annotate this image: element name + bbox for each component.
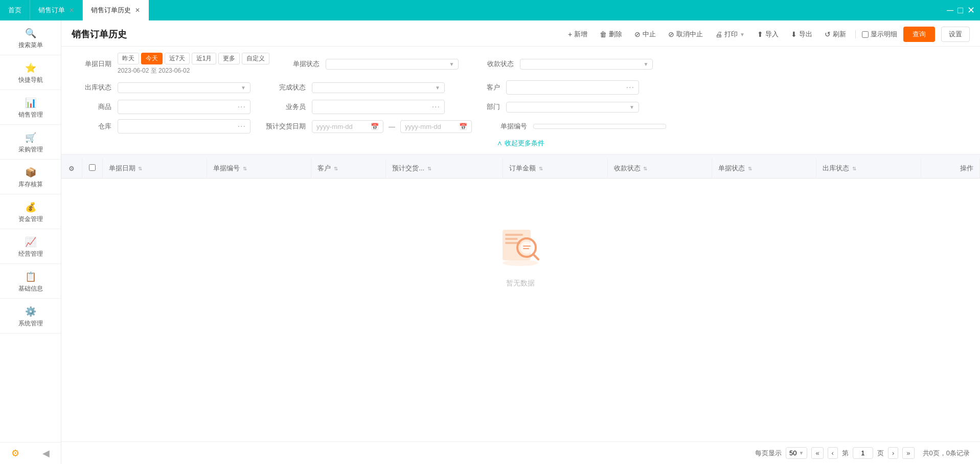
toolbar-divider — [855, 30, 856, 38]
collapse-filter-btn[interactable]: ∧ 收起更多条件 — [72, 139, 970, 148]
filter-area: 单据日期 昨天 今天 近7天 近1月 更多 自定义 2023-06-02 至 2… — [61, 47, 980, 154]
th-checkbox[interactable] — [82, 159, 102, 179]
department-select[interactable]: ▼ — [506, 102, 639, 113]
refresh-icon: ↺ — [825, 30, 831, 38]
prev-page-btn[interactable]: ‹ — [828, 447, 838, 459]
tab-home[interactable]: 首页 — [0, 0, 30, 20]
show-detail-checkbox-label[interactable]: 显示明细 — [862, 30, 897, 39]
first-page-btn[interactable]: « — [811, 447, 823, 459]
payment-status-arrow-icon: ▼ — [643, 61, 648, 67]
main-layout: 🔍 搜索菜单 ⭐ 快捷导航 📊 销售管理 🛒 采购管理 📦 库存核算 💰 资金管… — [0, 20, 980, 464]
export-button[interactable]: ⬇ 导出 — [788, 28, 815, 41]
goods-dots-icon: ··· — [238, 102, 246, 112]
setting-button[interactable]: 设置 — [941, 27, 970, 42]
complete-status-select[interactable]: ▼ — [312, 82, 445, 93]
sidebar-item-inventory[interactable]: 📦 库存核算 — [0, 160, 61, 194]
warehouse-input[interactable]: ··· — [118, 119, 250, 134]
system-mgmt-icon: ⚙️ — [25, 306, 36, 317]
sidebar-item-sales-mgmt[interactable]: 📊 销售管理 — [0, 90, 61, 125]
date-yesterday-btn[interactable]: 昨天 — [118, 53, 139, 64]
goods-input[interactable]: ··· — [118, 100, 250, 114]
filter-row-1: 单据日期 昨天 今天 近7天 近1月 更多 自定义 2023-06-02 至 2… — [72, 53, 970, 75]
sidebar-item-system-mgmt[interactable]: ⚙️ 系统管理 — [0, 299, 61, 334]
select-all-checkbox[interactable] — [89, 164, 96, 171]
query-button[interactable]: 查询 — [903, 27, 935, 42]
th-customer[interactable]: 客户 ⇅ — [311, 159, 386, 179]
date-custom-btn[interactable]: 自定义 — [242, 53, 269, 64]
expected-date-end-input[interactable]: yyyy-mm-dd 📅 — [400, 120, 472, 133]
th-expected-date-label: 预计交货... — [392, 164, 424, 172]
sidebar-item-basic-info[interactable]: 📋 基础信息 — [0, 264, 61, 299]
th-order-status-sort-icon: ⇅ — [748, 166, 752, 171]
table-header-row: ⚙ 单据日期 ⇅ 单据编号 ⇅ 客户 ⇅ — [61, 159, 980, 179]
settings-icon[interactable]: ⚙ — [11, 448, 19, 459]
content-area: 销售订单历史 + 新增 🗑 删除 ⊘ 中止 ⊘ 取消中止 — [61, 20, 980, 464]
sidebar-item-finance-label: 资金管理 — [18, 215, 43, 224]
order-status-select[interactable]: ▼ — [326, 59, 459, 70]
new-icon: + — [568, 30, 572, 38]
cancel-stop-button[interactable]: ⊘ 取消中止 — [665, 28, 706, 41]
sidebar-item-operation-label: 经营管理 — [18, 250, 43, 258]
date-7days-btn[interactable]: 近7天 — [165, 53, 190, 64]
date-today-btn[interactable]: 今天 — [141, 53, 163, 64]
print-button[interactable]: 🖨 打印 ▼ — [712, 28, 748, 41]
stop-button[interactable]: ⊘ 中止 — [631, 28, 659, 41]
table-settings-icon-th[interactable]: ⚙ — [61, 159, 82, 179]
cancel-stop-label: 取消中止 — [676, 30, 703, 39]
show-detail-checkbox[interactable] — [862, 31, 869, 38]
sidebar-item-finance[interactable]: 💰 资金管理 — [0, 194, 61, 229]
svg-line-7 — [533, 254, 538, 259]
payment-status-select[interactable]: ▼ — [520, 59, 653, 70]
th-amount[interactable]: 订单金额 ⇅ — [503, 159, 607, 179]
next-page-btn[interactable]: › — [888, 447, 898, 459]
filter-row-3: 商品 ··· 业务员 ··· 部门 ▼ — [72, 100, 970, 114]
show-detail-label: 显示明细 — [871, 30, 897, 39]
sidebar-item-quick-nav[interactable]: ⭐ 快捷导航 — [0, 55, 61, 90]
import-button[interactable]: ⬆ 导入 — [754, 28, 782, 41]
collapse-sidebar-icon[interactable]: ◀ — [42, 448, 50, 459]
th-payment-status[interactable]: 收款状态 ⇅ — [607, 159, 712, 179]
window-close-btn[interactable]: ✕ — [967, 5, 975, 16]
svg-rect-3 — [505, 238, 518, 240]
refresh-button[interactable]: ↺ 刷新 — [822, 28, 849, 41]
sidebar-item-search-menu[interactable]: 🔍 搜索菜单 — [0, 20, 61, 55]
delete-button[interactable]: 🗑 删除 — [597, 28, 625, 41]
new-button[interactable]: + 新增 — [565, 28, 590, 41]
tab-sales-order-history[interactable]: 销售订单历史 ✕ — [83, 0, 149, 20]
customer-input[interactable]: ··· — [506, 80, 639, 95]
page-number-input[interactable] — [853, 447, 873, 459]
toolbar: + 新增 🗑 删除 ⊘ 中止 ⊘ 取消中止 🖨 打印 — [565, 27, 970, 42]
pagination-bar: 每页显示 50 ▼ « ‹ 第 页 › » 共0页，0条记录 — [61, 441, 980, 464]
department-label: 部门 — [460, 102, 506, 112]
tab-sales-order-history-close[interactable]: ✕ — [135, 7, 140, 14]
th-expected-date[interactable]: 预计交货... ⇅ — [386, 159, 503, 179]
search-menu-icon: 🔍 — [25, 28, 36, 39]
sidebar-item-inventory-label: 库存核算 — [18, 180, 43, 189]
complete-status-label: 完成状态 — [266, 83, 312, 92]
tab-sales-order[interactable]: 销售订单 ✕ — [30, 0, 83, 20]
th-no[interactable]: 单据编号 ⇅ — [207, 159, 311, 179]
stop-icon: ⊘ — [634, 30, 641, 38]
order-no-input[interactable] — [533, 124, 666, 129]
th-amount-label: 订单金额 — [509, 164, 536, 172]
date-1month-btn[interactable]: 近1月 — [192, 53, 217, 64]
calendar-start-icon: 📅 — [371, 123, 379, 130]
expected-date-start-input[interactable]: yyyy-mm-dd 📅 — [312, 120, 383, 133]
window-maximize-btn[interactable]: □ — [958, 5, 963, 16]
th-order-status[interactable]: 单据状态 ⇅ — [712, 159, 816, 179]
page-size-select[interactable]: 50 ▼ — [786, 447, 807, 459]
th-out-status[interactable]: 出库状态 ⇅ — [816, 159, 921, 179]
last-page-btn[interactable]: » — [902, 447, 914, 459]
th-date[interactable]: 单据日期 ⇅ — [102, 159, 207, 179]
tab-sales-order-close[interactable]: ✕ — [69, 7, 74, 14]
date-more-btn[interactable]: 更多 — [218, 53, 240, 64]
window-minimize-btn[interactable]: ─ — [947, 5, 953, 16]
salesperson-input[interactable]: ··· — [312, 100, 445, 114]
top-bar: 首页 销售订单 ✕ 销售订单历史 ✕ ─ □ ✕ — [0, 0, 980, 20]
order-status-arrow-icon: ▼ — [449, 61, 454, 67]
out-status-arrow-icon: ▼ — [241, 85, 246, 91]
empty-text: 暂无数据 — [506, 279, 535, 288]
sidebar-item-operation[interactable]: 📈 经营管理 — [0, 229, 61, 264]
sidebar-item-purchase-mgmt[interactable]: 🛒 采购管理 — [0, 125, 61, 160]
out-status-select[interactable]: ▼ — [118, 82, 250, 93]
